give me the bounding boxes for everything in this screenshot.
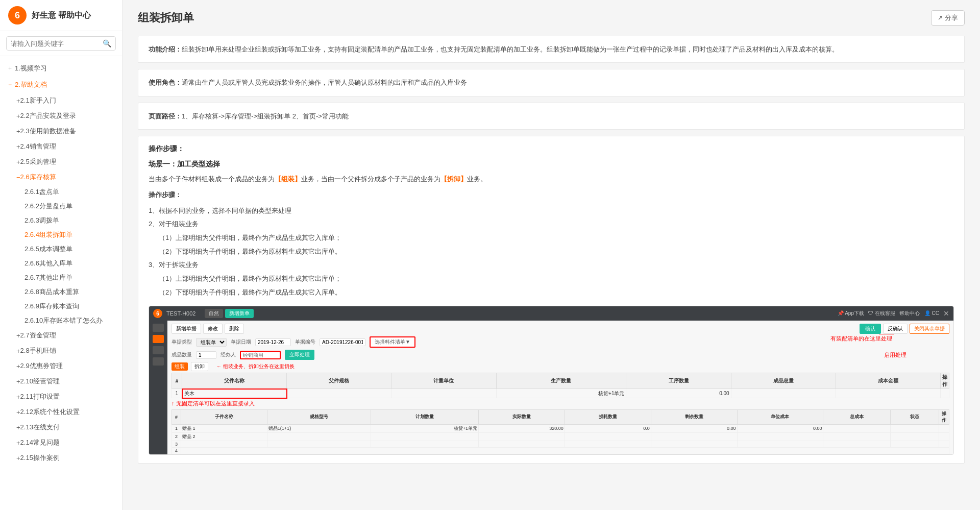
expand-icon: +: [16, 408, 20, 416]
annotation-switch: ← 组装业务、拆卸业务在这里切换: [216, 363, 295, 370]
search-icon: 🔍: [103, 39, 111, 47]
expand-icon: +: [16, 378, 20, 385]
sidebar-item-prepare[interactable]: + 2.3使用前数据准备: [0, 124, 122, 139]
sidebar-item-docs[interactable]: − 2.帮助文档: [0, 77, 122, 93]
annotation-bom: 有装配清单的在这里处理: [830, 335, 892, 343]
sidebar-item-label: 2.8手机旺铺: [20, 346, 56, 355]
ss-btn-close-others[interactable]: 关闭其余单据: [910, 324, 949, 334]
screenshot-inner: 6 TEST-H002 自然 新增新单 📌 App下载 🛡 在线客服 帮助中心 …: [149, 306, 953, 454]
ss-order-input[interactable]: [320, 338, 365, 346]
sidebar-item-otherinbound[interactable]: 2.6.6其他入库单: [0, 256, 122, 271]
ss-btn-bom-select[interactable]: 选择料件清单▼: [370, 336, 415, 348]
ss-count-input[interactable]: [196, 351, 216, 359]
sidebar-item-label: 2.6.2分量盘点单: [24, 202, 72, 211]
ss-btn-del[interactable]: 删除: [225, 324, 244, 334]
sidebar-item-label: 2.6.9库存账本查询: [24, 302, 79, 311]
nav-tree: + 1.视频学习 − 2.帮助文档 + 2.1新手入门 + 2.2产品安装及登录…: [0, 56, 122, 510]
search-input[interactable]: [11, 40, 103, 47]
sidebar-item-newbie[interactable]: + 2.1新手入门: [0, 93, 122, 108]
expand-icon: +: [16, 347, 20, 355]
th-produce-qty: 生产数量: [496, 373, 626, 389]
sidebar-item-stocktake[interactable]: 2.6.1盘点单: [0, 185, 122, 199]
annotation-bom-line: [879, 334, 894, 334]
step-2: 2、对于组装业务: [149, 218, 954, 231]
expand-icon: +: [16, 424, 20, 431]
ss-btn-new[interactable]: 新增单据: [172, 324, 201, 334]
sidebar-item-adjust[interactable]: 2.6.3调拨单: [0, 213, 122, 228]
sidebar-item-install[interactable]: + 2.2产品安装及登录: [0, 108, 122, 124]
sidebar-item-personalize[interactable]: + 2.12系统个性化设置: [0, 404, 122, 420]
ss-field-count-label: 成品数量: [172, 351, 192, 358]
sidebar-item-label: 2.12系统个性化设置: [20, 407, 80, 417]
logo-icon: 6: [8, 6, 27, 25]
share-button[interactable]: ↗ 分享: [931, 10, 965, 26]
sidebar-item-ops[interactable]: + 2.10经营管理: [0, 374, 122, 389]
ss-tab2[interactable]: 新增新单: [225, 309, 254, 318]
sidebar-item-faq[interactable]: + 2.14常见问题: [0, 435, 122, 450]
ss-btn-confirm[interactable]: 确认: [860, 324, 881, 334]
ss-btn-edit[interactable]: 修改: [203, 324, 223, 334]
sidebar-item-label: 2.14常见问题: [20, 438, 60, 447]
sidebar-item-partstocktake[interactable]: 2.6.2分量盘点单: [0, 199, 122, 213]
ss-type-select[interactable]: 组装单拆卸单: [196, 338, 227, 347]
sidebar-item-label: 2.帮助文档: [15, 80, 47, 89]
th-process-qty: 工序数量: [626, 373, 731, 389]
ss-tab-disassemble[interactable]: 拆卸: [191, 362, 208, 371]
search-box: 🔍: [0, 31, 122, 56]
share-icon: ↗: [938, 14, 943, 21]
table-row: 4: [172, 447, 949, 454]
sidebar-item-label: 2.7资金管理: [20, 331, 56, 340]
ss-btn-other[interactable]: 反确认: [883, 324, 908, 334]
sidebar: 6 好生意 帮助中心 🔍 + 1.视频学习 − 2.帮助文档 + 2.1新手入门…: [0, 0, 122, 510]
sidebar-item-sales[interactable]: + 2.4销售管理: [0, 139, 122, 154]
sidebar-item-label: 2.6.10库存账本错了怎么办: [24, 316, 103, 325]
ss-field-person-label: 经办人: [220, 351, 236, 358]
sidebar-item-finance[interactable]: + 2.7资金管理: [0, 328, 122, 343]
sidebar-item-label: 2.11打印设置: [20, 392, 60, 401]
ss-btn-apply[interactable]: 立即处理: [285, 350, 314, 360]
ss-person-input[interactable]: [240, 351, 281, 359]
expand-icon: +: [16, 393, 20, 401]
sidebar-item-costadj[interactable]: 2.6.5成本调整单: [0, 242, 122, 256]
sidebar-item-onlinepay[interactable]: + 2.13在线支付: [0, 420, 122, 435]
ss-field-order-label: 单据编号: [295, 338, 315, 346]
sidebar-item-print[interactable]: + 2.11打印设置: [0, 389, 122, 404]
sidebar-item-label: 2.15操作案例: [20, 453, 60, 463]
search-input-wrap[interactable]: 🔍: [6, 36, 116, 51]
th-unit: 计量单位: [391, 373, 496, 389]
table-row: 5: [172, 454, 949, 454]
sidebar-item-stockerror[interactable]: 2.6.10库存账本错了怎么办: [0, 313, 122, 328]
sidebar-item-inventory[interactable]: − 2.6库存核算: [0, 169, 122, 185]
th-action: 操作: [941, 373, 949, 389]
role-label: 使用角色：: [149, 79, 182, 86]
sub-step-d1: （1）上部明细为父件明细，最终作为原材料生成其它出库单；: [159, 273, 954, 285]
sidebar-item-costrecalc[interactable]: 2.6.8商品成本重算: [0, 285, 122, 299]
sidebar-item-label: 2.6.3调拨单: [24, 216, 59, 225]
sidebar-item-label: 2.2产品安装及登录: [20, 111, 76, 120]
table-row: 3: [172, 441, 949, 447]
sidebar-item-assembly[interactable]: 2.6.4组装拆卸单: [0, 228, 122, 242]
sidebar-item-coupon[interactable]: + 2.9优惠券管理: [0, 358, 122, 374]
expand-icon: +: [16, 97, 20, 105]
sidebar-item-purchase[interactable]: + 2.5采购管理: [0, 154, 122, 169]
intro-label: 功能介绍：: [149, 45, 182, 53]
expand-icon: +: [16, 112, 20, 120]
sidebar-item-cases[interactable]: + 2.15操作案例: [0, 450, 122, 466]
main-content: 组装拆卸单 ↗ 分享 功能介绍：组装拆卸单用来处理企业组装或拆卸等加工业务，支持…: [122, 0, 980, 510]
th-total-qty: 成品总量: [731, 373, 836, 389]
ss-left-icon-2: [153, 335, 164, 343]
ss-date-input[interactable]: [255, 338, 291, 346]
sidebar-item-video[interactable]: + 1.视频学习: [0, 60, 122, 77]
ss-logo: 6: [153, 309, 162, 318]
sidebar-item-mobile[interactable]: + 2.8手机旺铺: [0, 343, 122, 358]
sidebar-item-stockcheck[interactable]: 2.6.9库存账本查询: [0, 299, 122, 313]
ss-field-type-label: 单据类型: [172, 338, 192, 346]
sidebar-item-label: 2.6.1盘点单: [24, 187, 59, 197]
expand-icon: +: [16, 454, 20, 462]
sidebar-item-otheroutbound[interactable]: 2.6.7其他出库单: [0, 271, 122, 285]
ss-tab1[interactable]: 自然: [205, 309, 223, 318]
page-title: 组装拆卸单: [138, 10, 194, 26]
ss-tab-assemble[interactable]: 组装: [172, 362, 188, 371]
path-section: 页面路径：1、库存核算->库存管理->组装拆卸单 2、首页->常用功能: [138, 103, 965, 130]
ss-close-icon[interactable]: ✕: [943, 309, 949, 318]
